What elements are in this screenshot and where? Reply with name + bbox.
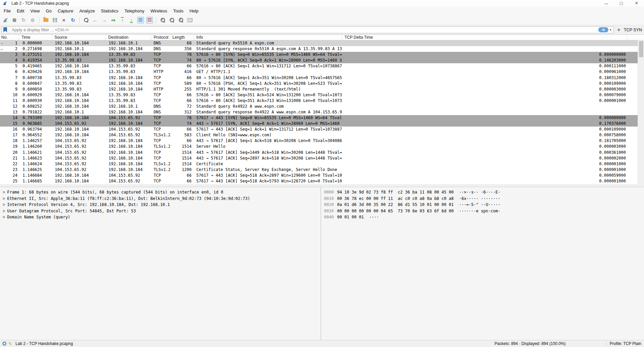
maximize-button[interactable]: ▢ (614, 0, 629, 6)
column-header-protocol[interactable]: Protocol (151, 35, 170, 40)
packet-row[interactable]: 40.41935413.35.99.83192.168.10.184TCP748… (0, 58, 644, 63)
cell-no: 17 (0, 132, 19, 138)
reload-file-icon[interactable]: ↻ (69, 16, 77, 24)
go-back-icon[interactable]: ← (91, 16, 99, 24)
status-profile[interactable]: Profile: TCP Plain (606, 341, 644, 346)
column-header-length[interactable]: Length (170, 35, 194, 40)
packet-row[interactable]: 191.146260104.153.65.92192.168.10.184TLS… (0, 144, 644, 149)
cell-info: Server Hello (194, 144, 342, 149)
close-file-icon[interactable]: × (60, 16, 68, 24)
go-first-packet-icon[interactable]: ↑ (118, 16, 126, 24)
menu-item-wireless[interactable]: Wireless (147, 7, 170, 15)
menu-item-statistics[interactable]: Statistics (98, 7, 121, 15)
packet-row[interactable]: 50.419465192.168.10.18413.35.99.83TCP665… (0, 63, 644, 69)
expander-chevron-icon[interactable]: > (3, 190, 5, 195)
packet-row[interactable]: 150.963685104.153.65.92192.168.10.184TCP… (0, 121, 644, 127)
packet-row[interactable]: 241.146684192.168.10.184104.153.65.92TCP… (0, 173, 644, 178)
menu-item-go[interactable]: Go (43, 7, 54, 15)
go-forward-icon[interactable]: → (100, 16, 108, 24)
packet-row[interactable]: 100.600929192.168.10.18413.35.99.83TCP66… (0, 92, 644, 98)
column-header-no[interactable]: No. (0, 35, 19, 40)
column-header-info[interactable]: Info (194, 35, 342, 40)
packet-row[interactable]: 160.963794192.168.10.184104.153.65.92TCP… (0, 127, 644, 132)
packet-row[interactable]: 80.60084713.35.99.83192.168.10.184TCP589… (0, 81, 644, 86)
menu-item-help[interactable]: Help (187, 7, 202, 15)
detail-tree-line[interactable]: >Internet Protocol Version 4, Src: 192.1… (3, 202, 321, 208)
find-packet-icon[interactable] (82, 16, 90, 24)
menu-item-view[interactable]: View (27, 7, 43, 15)
packet-row[interactable]: 70.60073813.35.99.83192.168.10.184TCP668… (0, 75, 644, 80)
expander-chevron-icon[interactable]: > (3, 215, 5, 219)
filter-dropdown-caret-icon[interactable]: ▾ (610, 28, 611, 32)
column-header-time[interactable]: Time (19, 35, 52, 40)
pane-splitter[interactable] (0, 184, 644, 187)
apply-filter-button[interactable]: ➔ (598, 27, 608, 32)
hex-dump-row[interactable]: 00200a 01 d6 3d 00 35 00 22 86 d1 55 10 … (324, 202, 644, 208)
packet-row[interactable]: 251.146685192.168.10.184104.153.65.92TCP… (0, 178, 644, 184)
packet-row[interactable]: 110.600930192.168.10.18413.35.99.83TCP66… (0, 98, 644, 104)
hex-dump-row[interactable]: 000094 10 3e 9d 02 73 f8 ff c2 36 ba 11 … (324, 189, 644, 196)
cell-proto: TLSv1.2 (151, 167, 170, 173)
colorize-packets-icon[interactable] (146, 16, 154, 24)
edit-comment-icon[interactable]: ✎ (8, 341, 12, 346)
detail-tree-line[interactable]: >User Datagram Protocol, Src Port: 54845… (3, 208, 321, 214)
packet-row[interactable]: ↵20.271698192.168.10.1192.168.10.184DNS3… (0, 46, 644, 52)
packet-row[interactable]: 231.146625104.153.65.92192.168.10.184TLS… (0, 167, 644, 173)
expander-chevron-icon[interactable]: > (3, 202, 5, 207)
packet-row[interactable]: 130.791822192.168.10.1192.168.10.184DNS3… (0, 109, 644, 115)
save-file-icon[interactable] (51, 16, 59, 24)
minimize-button[interactable]: — (599, 0, 614, 6)
open-file-icon[interactable] (42, 16, 50, 24)
packet-row[interactable]: 60.420426192.168.10.18413.35.99.83HTTP41… (0, 69, 644, 75)
hex-dump-row[interactable]: 003000 00 00 00 00 00 04 65 73 70 6e 03 … (324, 208, 644, 214)
packet-row[interactable]: 181.146257104.153.65.92192.168.10.184TCP… (0, 138, 644, 144)
auto-scroll-icon[interactable] (136, 16, 145, 24)
zoom-out-icon[interactable]: − (168, 16, 176, 24)
capture-options-icon[interactable]: ⚙ (29, 16, 37, 24)
cell-delta: 0.000000000 (342, 52, 627, 58)
display-filter-input[interactable]: Apply a display filter ... <Ctrl-/> ➔ ▾ (1, 26, 614, 33)
cell-info: 57617 → 443 [ACK] Seq=518 Ack=5793 Win=1… (194, 178, 342, 184)
packet-list-scrollbar[interactable] (638, 40, 644, 184)
detail-tree-line[interactable]: >Ethernet II, Src: Apple_36:ba:11 (f8:ff… (3, 196, 321, 202)
column-header-source[interactable]: Source (52, 35, 106, 40)
packet-row[interactable]: 170.964552192.168.10.184104.153.65.92TLS… (0, 132, 644, 138)
menu-item-file[interactable]: File (1, 7, 14, 15)
close-button[interactable]: ✕ (629, 0, 644, 6)
menu-item-tools[interactable]: Tools (170, 7, 186, 15)
detail-tree-line[interactable]: >Domain Name System (query) (3, 214, 321, 220)
hex-dump-row[interactable]: 001000 36 78 ec 00 00 ff 11 ac c0 c0 a8 … (324, 196, 644, 202)
column-header-tcp-delta-time[interactable]: TCP Delta Time (342, 35, 627, 40)
go-last-packet-icon[interactable]: ↓ (127, 16, 135, 24)
packet-row[interactable]: 201.146621104.153.65.92192.168.10.184TCP… (0, 149, 644, 155)
restart-capture-icon[interactable]: ↻ (19, 16, 28, 24)
go-to-packet-icon[interactable]: ⇒ (109, 16, 117, 24)
add-filter-button[interactable]: + (617, 27, 620, 33)
status-filename: Lab 2 - TCP Handshake.pcapng (15, 341, 73, 346)
menu-item-telephony[interactable]: Telephony (121, 7, 147, 15)
packet-row[interactable]: 221.146624104.153.65.92192.168.10.184TLS… (0, 161, 644, 167)
packet-row[interactable]: 211.146623104.153.65.92192.168.10.184TCP… (0, 155, 644, 161)
menu-item-edit[interactable]: Edit (14, 7, 27, 15)
capture-file-properties-icon[interactable] (2, 342, 6, 346)
packet-row[interactable]: 120.608252192.168.10.184192.168.10.1DNS7… (0, 104, 644, 109)
scrollbar-thumb[interactable] (639, 41, 643, 57)
stop-capture-icon[interactable] (10, 16, 18, 24)
packet-row[interactable]: 30.273151192.168.10.18413.35.99.83TCP785… (0, 52, 644, 58)
filter-shortcut-tcp-syn[interactable]: TCP SYN (624, 28, 642, 32)
expander-chevron-icon[interactable]: > (3, 196, 5, 201)
packet-row[interactable]: 90.60085013.35.99.83192.168.10.184HTTP25… (0, 86, 644, 92)
packet-row[interactable]: 140.793309192.168.10.184104.153.65.92TCP… (0, 115, 644, 121)
column-header-destination[interactable]: Destination (106, 35, 151, 40)
packet-row[interactable]: →10.000000192.168.10.184192.168.10.1DNS6… (0, 40, 644, 46)
detail-tree-line[interactable]: >Frame 1: 68 bytes on wire (544 bits), 6… (3, 189, 321, 196)
menu-item-capture[interactable]: Capture (55, 7, 76, 15)
zoom-reset-icon[interactable]: 1 (177, 16, 185, 24)
start-capture-icon[interactable] (1, 16, 9, 24)
hex-dump-row[interactable]: 004000 01 00 01···· (324, 214, 644, 220)
resize-columns-icon[interactable] (186, 16, 194, 24)
filter-bookmark-icon[interactable] (3, 27, 7, 32)
zoom-in-icon[interactable]: + (159, 16, 167, 24)
menu-item-analyze[interactable]: Analyze (76, 7, 98, 15)
expander-chevron-icon[interactable]: > (3, 209, 5, 213)
